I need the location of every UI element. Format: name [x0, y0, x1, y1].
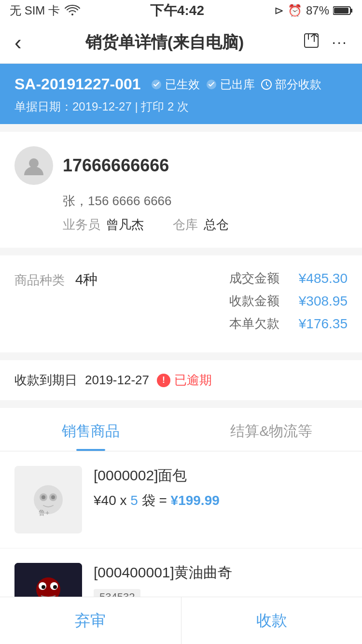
customer-meta: 业务员 曾凡杰 仓库 总仓 — [63, 216, 348, 233]
alarm-icon: ⏰ — [288, 4, 302, 17]
status-left: 无 SIM 卡 — [10, 3, 80, 18]
order-id: SA-20191227-001 — [14, 75, 141, 93]
svg-rect-1 — [350, 9, 352, 13]
wifi-icon — [65, 5, 80, 16]
product-name-2: [000400001]黄油曲奇 — [94, 563, 348, 583]
warehouse-label: 仓库 — [173, 216, 198, 233]
nav-actions: ··· — [303, 32, 348, 53]
received-row: 收款金额 ¥308.95 — [229, 293, 348, 309]
more-icon[interactable]: ··· — [332, 33, 348, 51]
financial-stats: 成交金额 ¥485.30 收款金额 ¥308.95 本单欠款 ¥176.35 — [229, 270, 348, 338]
price-base-1: ¥40 — [94, 493, 116, 508]
warehouse-item: 仓库 总仓 — [173, 216, 229, 233]
customer-section: 17666666666 张，156 6666 6666 业务员 曾凡杰 仓库 总… — [0, 132, 362, 248]
quantity-1: 5 — [130, 493, 138, 508]
status-tags: 已生效 已出库 部分收款 — [151, 77, 321, 92]
due-date-value: 2019-12-27 — [85, 373, 149, 388]
svg-point-19 — [42, 585, 45, 589]
export-icon[interactable] — [303, 32, 320, 53]
status-bar: 无 SIM 卡 下午4:42 ⊳ ⏰ 87% — [0, 0, 362, 21]
due-section: 收款到期日 2019-12-27 ! 已逾期 — [0, 360, 362, 400]
overdue-icon: ! — [157, 374, 170, 387]
bottom-bar: 弃审 收款 — [0, 597, 362, 644]
customer-name: 张，156 6666 6666 — [63, 193, 348, 210]
svg-text:鲁+: 鲁+ — [39, 509, 49, 517]
carrier-label: 无 SIM 卡 — [10, 3, 60, 18]
status-right: ⊳ ⏰ 87% — [274, 4, 352, 17]
svg-point-12 — [51, 495, 55, 499]
nav-bar: ‹ 销货单详情(来自电脑) ··· — [0, 21, 362, 64]
tabs: 销售商品 结算&物流等 — [0, 408, 362, 451]
received-label: 收款金额 — [229, 293, 279, 309]
amount-label: 成交金额 — [229, 270, 279, 287]
payment-button[interactable]: 收款 — [181, 597, 362, 644]
salesperson-label: 业务员 — [63, 216, 100, 233]
customer-row: 17666666666 — [14, 146, 348, 185]
status-time: 下午4:42 — [150, 1, 204, 20]
location-icon: ⊳ — [274, 4, 284, 17]
tag-partial-payment: 部分收款 — [261, 77, 321, 92]
salesperson-item: 业务员 曾凡杰 — [63, 216, 144, 233]
due-row: 本单欠款 ¥176.35 — [229, 315, 348, 332]
back-button[interactable]: ‹ — [14, 30, 27, 55]
battery-icon — [333, 6, 352, 15]
tab-sales-products[interactable]: 销售商品 — [0, 408, 181, 451]
order-header: SA-20191227-001 已生效 已出库 部分收款 单据日期：2019-1… — [0, 64, 362, 124]
tabs-section: 销售商品 结算&物流等 — [0, 408, 362, 451]
overdue-label: 已逾期 — [174, 372, 212, 389]
tag-dispatched: 已出库 — [206, 77, 255, 92]
amount-row: 成交金额 ¥485.30 — [229, 270, 348, 287]
product-price-1: ¥40 x 5 袋 = ¥199.99 — [94, 491, 348, 510]
product-name-1: [0000002]面包 — [94, 466, 348, 486]
types-count: 4种 — [75, 271, 98, 287]
stats-section: 商品种类 4种 成交金额 ¥485.30 收款金额 ¥308.95 本单欠款 ¥… — [0, 255, 362, 352]
customer-id: 17666666666 — [63, 155, 169, 176]
page-title: 销货单详情(来自电脑) — [85, 31, 244, 54]
unit-1: 袋 — [142, 493, 155, 508]
battery-label: 87% — [306, 4, 329, 17]
product-image-1: 鲁+ — [14, 466, 82, 533]
due-value: ¥176.35 — [299, 316, 348, 332]
warehouse-value: 总仓 — [204, 216, 229, 233]
due-label: 本单欠款 — [229, 315, 279, 332]
product-info-1: [0000002]面包 ¥40 x 5 袋 = ¥199.99 — [94, 466, 348, 510]
list-item: 鲁+ [0000002]面包 ¥40 x 5 袋 = ¥199.99 — [0, 451, 362, 548]
types-label: 商品种类 — [14, 273, 65, 287]
cancel-review-button[interactable]: 弃审 — [0, 597, 181, 644]
avatar — [14, 146, 53, 185]
amount-value: ¥485.30 — [299, 271, 348, 286]
due-date-label: 收款到期日 — [14, 372, 77, 389]
order-date: 单据日期：2019-12-27 | 打印 2 次 — [14, 99, 348, 114]
tab-settlement[interactable]: 结算&物流等 — [181, 408, 362, 451]
tag-effective: 已生效 — [151, 77, 200, 92]
overdue-badge: ! 已逾期 — [157, 372, 212, 389]
product-types: 商品种类 4种 — [14, 270, 97, 290]
svg-point-11 — [42, 495, 45, 499]
salesperson-value: 曾凡杰 — [106, 216, 144, 233]
svg-point-20 — [53, 585, 57, 589]
received-value: ¥308.95 — [299, 294, 348, 309]
svg-rect-2 — [334, 8, 348, 14]
total-1: ¥199.99 — [171, 493, 220, 508]
